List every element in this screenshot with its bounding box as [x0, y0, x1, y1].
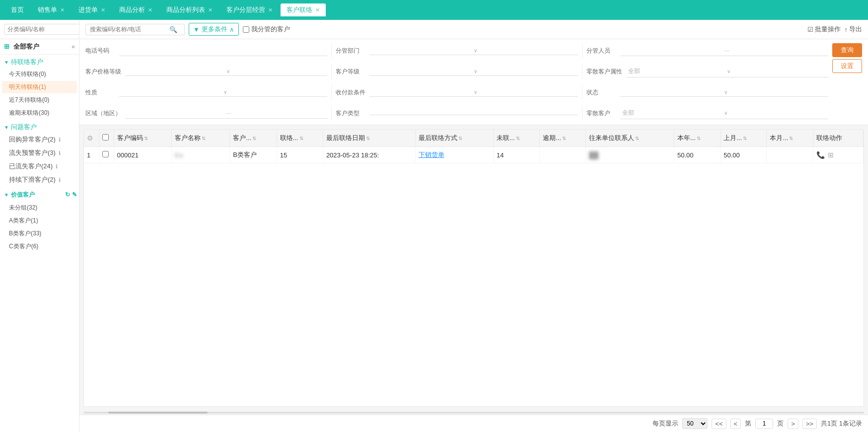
sidebar-search-area: 🔍: [0, 20, 79, 39]
sidebar-type-c[interactable]: C类客户(6): [2, 240, 77, 253]
per-page-label: 每页显示: [652, 419, 678, 428]
problem-arrow: ▼: [4, 125, 9, 130]
my-customers-checkbox[interactable]: [243, 26, 249, 33]
retail-customer-select[interactable]: 全部 ∨: [620, 107, 828, 119]
sidebar-tomorrow-contact[interactable]: 明天待联络(1): [2, 81, 77, 93]
top-nav: 首页 销售单✕ 进货单✕ 商品分析✕ 商品分析列表✕ 客户分层经营✕ 客户联络✕: [0, 0, 868, 20]
nav-product-analysis[interactable]: 商品分析✕: [113, 3, 158, 16]
pagination-bar: 每页显示 50 100 200 << < 第 页 > >> 共1页 1条记录: [79, 415, 868, 432]
sidebar-search-input[interactable]: [4, 24, 79, 35]
last-page-btn[interactable]: >>: [802, 419, 817, 429]
status-select[interactable]: ∨: [620, 88, 828, 97]
info-icon-1: ℹ: [59, 150, 61, 156]
th-last-contact-method: 最后联络方式 ⇅: [415, 130, 493, 147]
phone-input[interactable]: [119, 46, 327, 56]
table-container: ⚙ 客户编码 ⇅ 客户名称: [83, 129, 864, 407]
customer-level-select[interactable]: ∨: [369, 67, 578, 76]
payment-arrow-icon: ∨: [474, 89, 576, 95]
cell-contacts: ██: [586, 147, 674, 163]
th-code[interactable]: 客户编码 ⇅: [114, 130, 172, 147]
customer-type-select[interactable]: [369, 112, 578, 115]
settings-button[interactable]: 设置: [832, 59, 862, 73]
person-select[interactable]: ···: [620, 46, 828, 56]
nav-customer-contact[interactable]: 客户联络✕: [281, 3, 326, 16]
checkbox-icon: ☑: [807, 26, 813, 33]
retail-attr-select[interactable]: 全部 ∨: [626, 66, 828, 77]
per-page-select[interactable]: 50 100 200: [682, 418, 708, 429]
phone-action-icon[interactable]: 📞: [816, 151, 825, 159]
row-checkbox[interactable]: [102, 151, 109, 157]
th-name[interactable]: 客户名称 ⇅: [172, 130, 230, 147]
region-select[interactable]: ···: [125, 108, 327, 119]
next-page-btn[interactable]: >: [788, 419, 798, 429]
dept-select[interactable]: ∨: [369, 46, 578, 55]
divider-6: [582, 85, 582, 100]
scroll-thumb[interactable]: [108, 412, 208, 414]
th-no-contact: 未联... ⇅: [493, 130, 539, 147]
export-btn[interactable]: ↑ 导出: [845, 25, 863, 34]
customer-type-field: 客户类型: [336, 109, 578, 118]
th-action: 联络动作: [813, 130, 863, 147]
sidebar-declining[interactable]: 持续下滑客户(2) ℹ: [2, 173, 77, 186]
close-sales-tab[interactable]: ✕: [60, 7, 65, 13]
retail-attr-value: 全部: [628, 67, 727, 75]
nature-select[interactable]: ∨: [119, 88, 327, 97]
sidebar-type-a[interactable]: A类客户(1): [2, 215, 77, 227]
first-page-btn[interactable]: <<: [712, 419, 726, 429]
sidebar-churned[interactable]: 已流失客户(24) ℹ: [2, 160, 77, 173]
bulk-ops-btn[interactable]: ☑ 批量操作: [807, 25, 841, 34]
sidebar-all-customers[interactable]: ⊞ 全部客户 «: [0, 39, 79, 55]
sidebar-overdue-contact[interactable]: 逾期未联络(30): [2, 107, 77, 119]
last-contact-method-link[interactable]: 下销货单: [419, 151, 444, 158]
toolbar-search-icon[interactable]: 🔍: [169, 26, 177, 33]
value-edit-icon[interactable]: ✎: [72, 191, 77, 198]
close-product-analysis-tab[interactable]: ✕: [148, 7, 152, 13]
person-field: 分管人员 ···: [586, 46, 828, 56]
retail-attr-field: 零散客户属性 全部 ∨: [586, 66, 828, 77]
my-customers-checkbox-label[interactable]: 我分管的客户: [243, 25, 290, 34]
cell-this-month: [767, 147, 813, 163]
nav-purchase[interactable]: 进货单✕: [72, 3, 111, 16]
sidebar-7days-contact[interactable]: 近7天待联络(0): [2, 94, 77, 106]
close-customer-contact-tab[interactable]: ✕: [315, 7, 320, 13]
sidebar-type-b[interactable]: B类客户(33): [2, 227, 77, 240]
sidebar-churn-warning[interactable]: 流失预警客户(3) ℹ: [2, 146, 77, 159]
sidebar-ungrouped[interactable]: 未分组(32): [2, 202, 77, 214]
phone-field: 电话号码: [85, 46, 327, 56]
prev-page-btn[interactable]: <: [730, 419, 741, 429]
info-icon-3: ℹ: [59, 177, 61, 183]
sidebar-today-contact[interactable]: 今天待联络(0): [2, 68, 77, 80]
price-level-select[interactable]: ∨: [125, 67, 327, 76]
nav-sales[interactable]: 销售单✕: [32, 3, 71, 16]
nature-arrow-icon: ∨: [223, 89, 326, 95]
query-button[interactable]: 查询: [832, 43, 862, 57]
filter-arrow-icon: ∧: [229, 26, 234, 33]
select-all-checkbox[interactable]: [102, 134, 109, 141]
sidebar-value-group-header: ▼ 价值客户 ↻ ✎: [0, 187, 79, 201]
payment-label: 收付款条件: [336, 88, 365, 97]
contacts-blurred: ██: [589, 151, 598, 159]
nav-home[interactable]: 首页: [5, 3, 30, 16]
sidebar-abnormal-repurchase[interactable]: 回购异常客户(2) ℹ: [2, 133, 77, 146]
cell-code: 000021: [114, 147, 172, 163]
bulk-ops-area: ☑ 批量操作 ↑ 导出: [807, 25, 863, 34]
payment-select[interactable]: ∨: [369, 88, 578, 97]
page-number-input[interactable]: [755, 419, 773, 429]
close-product-list-tab[interactable]: ✕: [208, 7, 213, 13]
nav-product-analysis-list[interactable]: 商品分析列表✕: [160, 3, 218, 16]
nav-customer-tier[interactable]: 客户分层经营✕: [220, 3, 279, 16]
sort-this-month-icon: ⇅: [789, 136, 793, 141]
toolbar-search-input[interactable]: [90, 26, 169, 33]
close-purchase-tab[interactable]: ✕: [101, 7, 105, 13]
divider-8: [582, 106, 582, 121]
gear-icon[interactable]: ⚙: [87, 134, 93, 142]
close-customer-tier-tab[interactable]: ✕: [268, 7, 273, 13]
th-checkbox: [99, 130, 114, 147]
value-refresh-icon[interactable]: ↻: [65, 191, 70, 198]
cell-last-contact-date: 2023-05-23 18:25:: [323, 147, 415, 163]
more-filters-btn[interactable]: ▼ 更多条件 ∧: [189, 23, 239, 36]
table-header-row: ⚙ 客户编码 ⇅ 客户名称: [84, 130, 864, 147]
pending-arrow: ▼: [4, 60, 9, 65]
export-icon: ↑: [845, 26, 848, 33]
more-action-icon[interactable]: ⊞: [828, 151, 834, 159]
